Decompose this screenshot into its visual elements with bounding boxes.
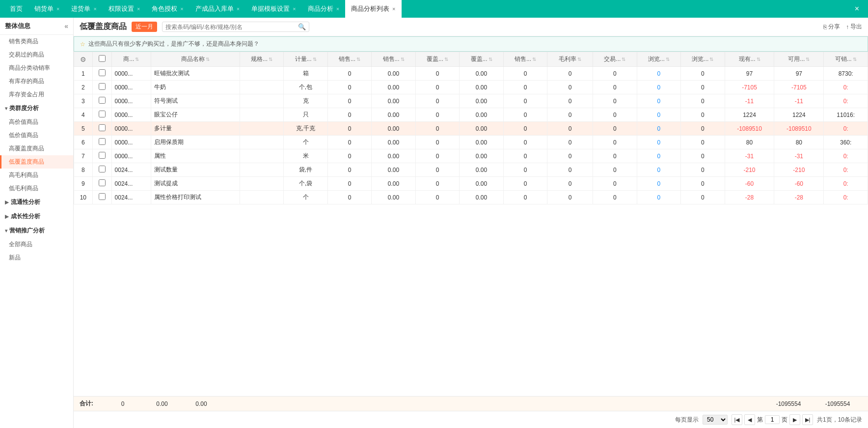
sidebar-item-sales-goods[interactable]: 销售类商品	[0, 35, 73, 48]
row-browse1[interactable]: 0	[637, 136, 681, 149]
row-code: 0000...	[111, 149, 151, 163]
row-browse2: 0	[681, 149, 725, 163]
nav-purchase-close[interactable]: ×	[93, 6, 96, 12]
sidebar-item-high-value[interactable]: 高价值商品	[0, 115, 73, 129]
sidebar-section-cluster-analysis[interactable]: ▾ 类群度分析	[0, 101, 73, 115]
nav-product-inbound[interactable]: 产成品入库单 ×	[190, 0, 245, 18]
row-checkbox[interactable]	[92, 67, 111, 81]
page-nav: |◀ ◀ 第 页 ▶ ▶|	[732, 414, 813, 425]
row-stock2: 80	[774, 136, 824, 149]
th-gear[interactable]: ⚙	[74, 52, 93, 67]
nav-sales-close[interactable]: ×	[56, 6, 59, 12]
search-input[interactable]	[165, 24, 298, 30]
row-checkbox[interactable]	[92, 122, 111, 136]
nav-permission[interactable]: 权限设置 ×	[103, 0, 146, 18]
nav-role-close[interactable]: ×	[180, 6, 183, 12]
row-browse1[interactable]: 0	[637, 94, 681, 108]
table-row: 1 0000... 旺铺批次测试 箱 0 0.00 0 0.00 0 0 0 0…	[74, 67, 868, 81]
close-all-button[interactable]: ×	[850, 4, 864, 13]
sidebar-header: 整体信息 «	[0, 18, 73, 35]
row-stock2: 97	[774, 67, 824, 81]
nav-purchase[interactable]: 进货单 ×	[65, 0, 102, 18]
th-sales3: 销售...⇅	[503, 52, 547, 67]
row-checkbox[interactable]	[92, 94, 111, 108]
th-gross: 毛利率⇅	[547, 52, 593, 67]
page-size-select[interactable]: 50 100 200	[703, 415, 728, 425]
row-code: 0000...	[111, 136, 151, 149]
sidebar-item-category-turnover[interactable]: 商品分类动销率	[0, 61, 73, 75]
nav-home[interactable]: 首页	[4, 0, 28, 18]
row-sales2: 0.00	[372, 81, 416, 94]
row-browse2: 0	[681, 122, 725, 136]
select-all-checkbox[interactable]	[99, 55, 106, 62]
sidebar-section-circulation[interactable]: ▶ 流通性分析	[0, 195, 73, 209]
nav-product-inbound-close[interactable]: ×	[237, 6, 240, 12]
row-browse1[interactable]: 0	[637, 81, 681, 94]
nav-product-analysis[interactable]: 商品分析 ×	[302, 0, 345, 18]
gear-icon: ⚙	[80, 56, 86, 63]
row-browse1[interactable]: 0	[637, 163, 681, 177]
row-browse1[interactable]: 0	[637, 191, 681, 204]
row-checkbox[interactable]	[92, 136, 111, 149]
total-sales1: 0	[103, 400, 142, 407]
row-browse2: 0	[681, 67, 725, 81]
nav-sales[interactable]: 销货单 ×	[28, 0, 65, 18]
sidebar-item-new-goods[interactable]: 新品	[0, 251, 73, 264]
row-checkbox[interactable]	[92, 149, 111, 163]
sidebar-section-growth[interactable]: ▶ 成长性分析	[0, 209, 73, 224]
export-icon: ↑	[846, 24, 849, 30]
sidebar-item-all-goods[interactable]: 全部商品	[0, 238, 73, 251]
sidebar-item-traded-goods[interactable]: 交易过的商品	[0, 48, 73, 61]
row-trade: 0	[593, 67, 637, 81]
nav-template-close[interactable]: ×	[293, 6, 296, 12]
nav-template[interactable]: 单据模板设置 ×	[245, 0, 301, 18]
row-unit: 袋,件	[284, 163, 328, 177]
sidebar-item-inventory-capital[interactable]: 库存资金占用	[0, 88, 73, 101]
last-page-button[interactable]: ▶|	[802, 414, 813, 425]
time-filter-button[interactable]: 近一月	[132, 22, 157, 32]
row-browse1[interactable]: 0	[637, 108, 681, 122]
nav-product-analysis-close[interactable]: ×	[336, 6, 339, 12]
sort-icon-13: ⇅	[709, 57, 713, 62]
nav-product-analysis-list-close[interactable]: ×	[392, 6, 395, 12]
row-name: 测试数量	[151, 163, 240, 177]
row-checkbox[interactable]	[92, 81, 111, 94]
sidebar-item-low-margin[interactable]: 低毛利商品	[0, 182, 73, 195]
row-stock1: -28	[725, 191, 774, 204]
row-browse1[interactable]: 0	[637, 149, 681, 163]
row-browse2: 0	[681, 81, 725, 94]
row-browse1[interactable]: 0	[637, 122, 681, 136]
row-name: 眼宝公仔	[151, 108, 240, 122]
row-cover2: 0.00	[460, 81, 504, 94]
prev-page-button[interactable]: ◀	[744, 414, 755, 425]
nav-role[interactable]: 角色授权 ×	[146, 0, 189, 18]
row-browse1[interactable]: 0	[637, 67, 681, 81]
row-checkbox[interactable]	[92, 163, 111, 177]
next-page-button[interactable]: ▶	[789, 414, 800, 425]
first-page-button[interactable]: |◀	[732, 414, 742, 425]
nav-product-analysis-list[interactable]: 商品分析列表 ×	[345, 0, 401, 18]
row-code: 0000...	[111, 81, 151, 94]
row-stock1: 97	[725, 67, 774, 81]
sidebar-collapse-button[interactable]: «	[64, 22, 68, 30]
row-stock1: 1224	[725, 108, 774, 122]
row-checkbox[interactable]	[92, 108, 111, 122]
row-stock3: 0:	[824, 163, 868, 177]
row-cover2: 0.00	[460, 163, 504, 177]
th-checkbox[interactable]	[92, 52, 111, 67]
sidebar-item-high-coverage[interactable]: 高覆盖度商品	[0, 142, 73, 155]
sidebar-item-stocked-goods[interactable]: 有库存的商品	[0, 75, 73, 88]
sidebar-item-low-value[interactable]: 低价值商品	[0, 129, 73, 142]
share-button[interactable]: ⎘ 分享	[823, 23, 840, 31]
row-browse1[interactable]: 0	[637, 177, 681, 191]
row-unit: 个	[284, 136, 328, 149]
row-checkbox[interactable]	[92, 191, 111, 204]
row-browse2: 0	[681, 177, 725, 191]
sidebar-section-marketing[interactable]: ▾ 营销推广分析	[0, 224, 73, 238]
export-button[interactable]: ↑ 导出	[846, 23, 862, 31]
page-number-input[interactable]	[765, 415, 780, 424]
sidebar-item-high-margin[interactable]: 高毛利商品	[0, 169, 73, 182]
sidebar-item-low-coverage[interactable]: 低覆盖度商品	[0, 155, 73, 169]
nav-permission-close[interactable]: ×	[137, 6, 140, 12]
row-checkbox[interactable]	[92, 177, 111, 191]
